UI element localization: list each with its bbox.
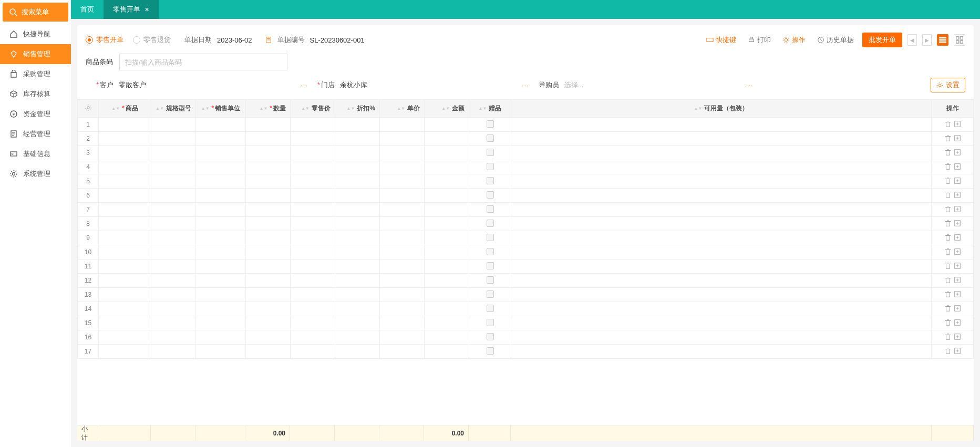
cell-amount[interactable]: [425, 217, 469, 231]
cell-available[interactable]: [511, 288, 932, 302]
tab-1[interactable]: 零售开单✕: [104, 0, 159, 19]
delete-icon[interactable]: [944, 290, 952, 298]
cell-available[interactable]: [511, 316, 932, 330]
cell-qty[interactable]: [246, 288, 291, 302]
date-value[interactable]: 2023-06-02: [217, 36, 252, 44]
cell-qty[interactable]: [246, 330, 291, 345]
cell-discount[interactable]: [335, 189, 380, 203]
cell-retail[interactable]: [291, 217, 335, 231]
cell-amount[interactable]: [425, 345, 469, 359]
cell-product[interactable]: [99, 274, 151, 288]
cell-retail[interactable]: [291, 231, 335, 245]
col-product[interactable]: ▲▼*商品: [99, 100, 151, 118]
table-row[interactable]: 13: [78, 288, 974, 302]
cell-available[interactable]: [511, 217, 932, 231]
cell-available[interactable]: [511, 245, 932, 259]
add-row-icon[interactable]: [954, 319, 961, 326]
store-value[interactable]: 余杭小库: [340, 80, 513, 90]
table-row[interactable]: 4: [78, 160, 974, 174]
cell-product[interactable]: [99, 288, 151, 302]
sidebar-item-2[interactable]: 采购管理: [0, 64, 71, 84]
table-row[interactable]: 14: [78, 302, 974, 316]
cell-product[interactable]: [99, 146, 151, 160]
col-settings[interactable]: [78, 100, 99, 118]
cell-qty[interactable]: [246, 189, 291, 203]
sidebar-item-5[interactable]: 经营管理: [0, 124, 71, 144]
sidebar-item-3[interactable]: 库存核算: [0, 84, 71, 104]
table-row[interactable]: 1: [78, 118, 974, 132]
cell-spec[interactable]: [151, 330, 196, 345]
cell-qty[interactable]: [246, 174, 291, 189]
checkbox-icon[interactable]: [487, 333, 494, 340]
cell-qty[interactable]: [246, 245, 291, 259]
cell-amount[interactable]: [425, 259, 469, 274]
delete-icon[interactable]: [944, 262, 952, 269]
cell-discount[interactable]: [335, 259, 380, 274]
cell-price[interactable]: [380, 274, 425, 288]
cell-discount[interactable]: [335, 288, 380, 302]
cell-product[interactable]: [99, 330, 151, 345]
sidebar-item-4[interactable]: ¥资金管理: [0, 104, 71, 124]
add-row-icon[interactable]: [954, 290, 961, 298]
table-row[interactable]: 16: [78, 330, 974, 345]
cell-retail[interactable]: [291, 302, 335, 316]
cell-price[interactable]: [380, 345, 425, 359]
cell-retail[interactable]: [291, 345, 335, 359]
cell-price[interactable]: [380, 203, 425, 217]
add-row-icon[interactable]: [954, 333, 961, 340]
cell-qty[interactable]: [246, 231, 291, 245]
cell-amount[interactable]: [425, 174, 469, 189]
cell-retail[interactable]: [291, 274, 335, 288]
cell-discount[interactable]: [335, 316, 380, 330]
cell-discount[interactable]: [335, 118, 380, 132]
cell-available[interactable]: [511, 330, 932, 345]
cell-retail[interactable]: [291, 118, 335, 132]
cell-amount[interactable]: [425, 160, 469, 174]
table-row[interactable]: 5: [78, 174, 974, 189]
history-link[interactable]: 历史单据: [814, 35, 857, 45]
cell-unit[interactable]: [196, 288, 246, 302]
cell-price[interactable]: [380, 118, 425, 132]
cell-spec[interactable]: [151, 302, 196, 316]
cell-gift[interactable]: [469, 345, 511, 359]
add-row-icon[interactable]: [954, 220, 961, 227]
cell-unit[interactable]: [196, 160, 246, 174]
cell-gift[interactable]: [469, 316, 511, 330]
guide-more-icon[interactable]: ···: [743, 81, 757, 89]
cell-gift[interactable]: [469, 203, 511, 217]
cell-retail[interactable]: [291, 330, 335, 345]
cell-retail[interactable]: [291, 174, 335, 189]
cell-available[interactable]: [511, 231, 932, 245]
cell-available[interactable]: [511, 259, 932, 274]
cell-amount[interactable]: [425, 203, 469, 217]
delete-icon[interactable]: [944, 248, 952, 255]
delete-icon[interactable]: [944, 333, 952, 340]
checkbox-icon[interactable]: [487, 290, 494, 298]
cell-retail[interactable]: [291, 203, 335, 217]
cell-discount[interactable]: [335, 231, 380, 245]
delete-icon[interactable]: [944, 234, 952, 241]
add-row-icon[interactable]: [954, 149, 961, 156]
add-row-icon[interactable]: [954, 234, 961, 241]
cell-spec[interactable]: [151, 132, 196, 146]
cell-available[interactable]: [511, 132, 932, 146]
sidebar-item-7[interactable]: 系统管理: [0, 164, 71, 184]
cell-gift[interactable]: [469, 259, 511, 274]
col-gift[interactable]: ▲▼赠品: [469, 100, 511, 118]
cell-retail[interactable]: [291, 316, 335, 330]
cell-gift[interactable]: [469, 174, 511, 189]
checkbox-icon[interactable]: [487, 177, 494, 184]
table-row[interactable]: 7: [78, 203, 974, 217]
add-row-icon[interactable]: [954, 177, 961, 184]
sidebar-item-0[interactable]: 快捷导航: [0, 24, 71, 44]
cell-available[interactable]: [511, 146, 932, 160]
checkbox-icon[interactable]: [487, 149, 494, 156]
customer-value[interactable]: 零散客户: [119, 80, 292, 90]
col-discount[interactable]: ▲▼折扣%: [335, 100, 380, 118]
sidebar-item-6[interactable]: 基础信息: [0, 144, 71, 164]
cell-price[interactable]: [380, 146, 425, 160]
delete-icon[interactable]: [944, 305, 952, 312]
cell-spec[interactable]: [151, 146, 196, 160]
cell-product[interactable]: [99, 189, 151, 203]
cell-product[interactable]: [99, 132, 151, 146]
